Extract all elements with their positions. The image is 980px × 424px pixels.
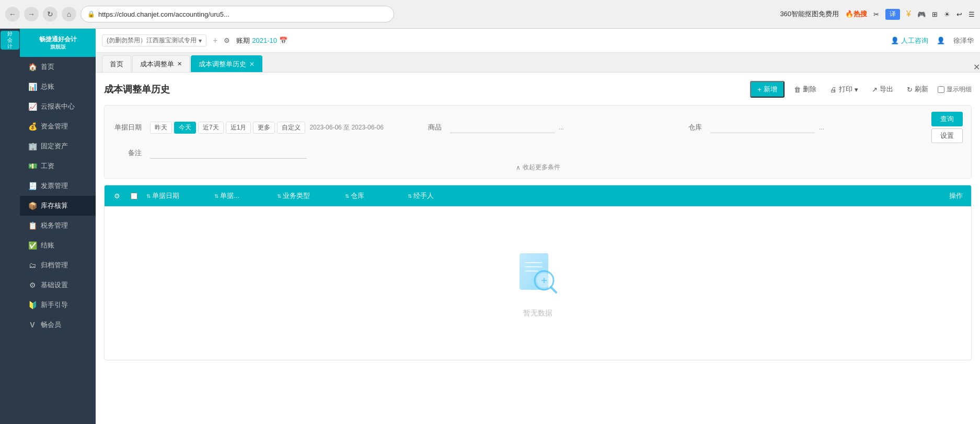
th-handler-label: 经手人 bbox=[413, 191, 434, 201]
sidebar-label-reports: 云报表中心 bbox=[41, 102, 75, 111]
select-all-checkbox[interactable] bbox=[131, 193, 137, 199]
add-icon: + bbox=[757, 86, 762, 93]
sidebar-item-home[interactable]: 🏠 首页 bbox=[20, 57, 96, 77]
sidebar-item-ledger[interactable]: 📊 总账 bbox=[20, 77, 96, 97]
collapse-btn[interactable]: ∧ 收起更多条件 bbox=[113, 163, 963, 172]
brightness-icon[interactable]: ☀ bbox=[944, 10, 950, 18]
forward-button[interactable]: → bbox=[24, 7, 39, 21]
sidebar-item-settings[interactable]: ⚙ 基础设置 bbox=[20, 275, 96, 295]
show-cols-checkbox[interactable] bbox=[938, 86, 944, 93]
address-bar[interactable]: 🔒 https://cloud.chanjet.com/accounting/u… bbox=[80, 6, 394, 22]
date-btn-today[interactable]: 今天 bbox=[174, 122, 196, 134]
icon-bar-logo[interactable]: 好会计 bbox=[1, 31, 19, 50]
show-cols-checkbox-label[interactable]: 显示明细 bbox=[938, 85, 972, 94]
th-warehouse[interactable]: ⇅ 仓库 bbox=[341, 191, 403, 201]
notes-filter-input[interactable] bbox=[150, 147, 307, 159]
add-label: 新增 bbox=[764, 85, 777, 94]
export-button[interactable]: ↗ 导出 bbox=[868, 83, 897, 96]
company-name: (勿删勿禁用）江西服宝测试专用 bbox=[107, 36, 197, 45]
dropdown-arrow-icon: ▾ bbox=[199, 37, 202, 44]
add-company-btn[interactable]: + bbox=[213, 36, 217, 45]
undo-icon[interactable]: ↩ bbox=[956, 10, 962, 18]
grid-icon[interactable]: ⊞ bbox=[932, 10, 938, 18]
scissors-icon[interactable]: ✂ bbox=[873, 10, 879, 18]
period-label: 账期 bbox=[236, 36, 250, 45]
refresh-button[interactable]: ↻ 刷新 bbox=[903, 83, 932, 96]
home-button[interactable]: ⌂ bbox=[62, 7, 76, 21]
date-btn-more[interactable]: 更多 bbox=[253, 122, 275, 134]
add-button[interactable]: + 新增 bbox=[750, 81, 785, 98]
goods-more-btn[interactable]: ... bbox=[559, 124, 564, 131]
menu-icon[interactable]: ☰ bbox=[969, 10, 975, 18]
empty-illustration bbox=[512, 248, 564, 300]
delete-button[interactable]: 🗑 删除 bbox=[790, 83, 821, 96]
tab-home[interactable]: 首页 bbox=[102, 55, 131, 72]
closing-icon: ✅ bbox=[28, 241, 37, 250]
sidebar-item-vip[interactable]: V 畅会员 bbox=[20, 315, 96, 335]
th-type[interactable]: ⇅ 业务类型 bbox=[273, 191, 341, 201]
logo-line2: 旗舰版 bbox=[39, 43, 77, 50]
query-button[interactable]: 查询 bbox=[931, 112, 963, 126]
sort-icon-handler: ⇅ bbox=[408, 193, 412, 199]
th-actions-label: 操作 bbox=[949, 192, 963, 199]
calendar-icon[interactable]: 📅 bbox=[279, 37, 287, 44]
table-select-all[interactable] bbox=[125, 193, 142, 199]
goods-filter-input[interactable] bbox=[450, 122, 555, 133]
company-selector[interactable]: (勿删勿禁用）江西服宝测试专用 ▾ bbox=[102, 34, 206, 46]
sidebar-item-tax[interactable]: 📋 税务管理 bbox=[20, 216, 96, 235]
delete-icon: 🗑 bbox=[794, 86, 801, 93]
date-btn-yesterday[interactable]: 昨天 bbox=[150, 122, 172, 134]
period-value: 2021-10 bbox=[252, 37, 277, 44]
window-close-btn[interactable]: ✕ bbox=[973, 62, 980, 72]
date-btn-custom[interactable]: 自定义 bbox=[277, 122, 305, 134]
table-settings-btn[interactable]: ⚙ bbox=[109, 192, 125, 200]
date-btn-7days[interactable]: 近7天 bbox=[198, 122, 224, 134]
collapse-chevron-icon: ∧ bbox=[516, 164, 521, 171]
filter-row-notes: 备注 bbox=[113, 147, 963, 159]
user-avatar-icon: 👤 bbox=[937, 37, 945, 44]
sidebar-item-payroll[interactable]: 💵 工资 bbox=[20, 156, 96, 176]
tab-cost-adjust[interactable]: 成本调整单 ✕ bbox=[132, 55, 190, 72]
print-button[interactable]: 🖨 打印 ▾ bbox=[826, 83, 862, 96]
export-icon: ↗ bbox=[872, 86, 878, 93]
filter-settings-button[interactable]: 设置 bbox=[931, 128, 963, 143]
tab-cost-adjust-history[interactable]: 成本调整单历史 ✕ bbox=[191, 55, 262, 72]
warehouse-more-btn[interactable]: ... bbox=[819, 124, 824, 131]
th-number-label: 单据... bbox=[220, 191, 239, 201]
th-date[interactable]: ⇅ 单据日期 bbox=[142, 191, 210, 201]
sidebar-label-closing: 结账 bbox=[41, 241, 54, 250]
sidebar-item-fixed-assets[interactable]: 🏢 固定资产 bbox=[20, 136, 96, 156]
sidebar-label-funds: 资金管理 bbox=[41, 122, 68, 131]
date-btn-1month[interactable]: 近1月 bbox=[226, 122, 251, 134]
tab-home-label: 首页 bbox=[110, 60, 123, 69]
icon-bar: 好会计 bbox=[0, 29, 20, 424]
game-icon[interactable]: 🎮 bbox=[917, 10, 926, 18]
show-cols-label: 显示明细 bbox=[947, 85, 972, 94]
sort-icon-date: ⇅ bbox=[146, 193, 151, 199]
sidebar-label-ledger: 总账 bbox=[41, 82, 54, 91]
tab-cost-adjust-history-close[interactable]: ✕ bbox=[249, 61, 255, 68]
warehouse-filter-input[interactable] bbox=[710, 122, 815, 133]
sidebar-item-archive[interactable]: 🗂 归档管理 bbox=[20, 255, 96, 275]
refresh-button[interactable]: ↻ bbox=[43, 7, 57, 21]
back-button[interactable]: ← bbox=[5, 7, 20, 21]
headset-icon: 👤 bbox=[891, 37, 899, 44]
settings-gear-icon[interactable]: ⚙ bbox=[224, 37, 230, 44]
translate-button[interactable]: 译 bbox=[885, 9, 900, 20]
sidebar-label-vip: 畅会员 bbox=[41, 320, 61, 329]
ledger-icon: 📊 bbox=[28, 83, 37, 91]
sidebar-item-reports[interactable]: 📈 云报表中心 bbox=[20, 97, 96, 116]
th-warehouse-label: 仓库 bbox=[351, 191, 364, 201]
th-number[interactable]: ⇅ 单据... bbox=[210, 191, 273, 201]
sidebar-item-closing[interactable]: ✅ 结账 bbox=[20, 235, 96, 255]
sidebar-item-invoices[interactable]: 🧾 发票管理 bbox=[20, 176, 96, 196]
sidebar-item-inventory[interactable]: 📦 库存核算 bbox=[20, 196, 96, 216]
user-service-btn[interactable]: 👤 人工咨询 bbox=[891, 36, 928, 45]
sort-icon-number: ⇅ bbox=[214, 193, 218, 199]
th-handler[interactable]: ⇅ 经手人 bbox=[403, 191, 471, 201]
print-icon: 🖨 bbox=[830, 86, 837, 93]
sidebar-item-funds[interactable]: 💰 资金管理 bbox=[20, 116, 96, 136]
sidebar-item-guide[interactable]: 🔰 新手引导 bbox=[20, 295, 96, 315]
tab-cost-adjust-close[interactable]: ✕ bbox=[177, 61, 182, 67]
wallet-icon[interactable]: ¥ bbox=[906, 9, 911, 19]
